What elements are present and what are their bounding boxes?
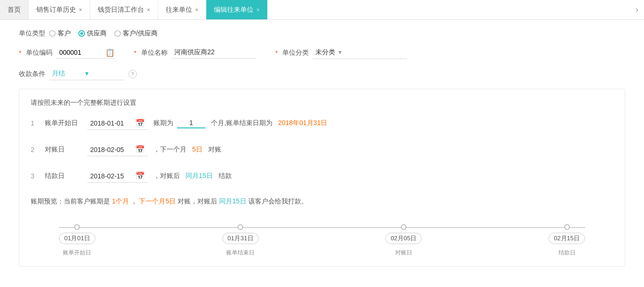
- timeline-point-1: 01月01日 账单开始日: [59, 218, 95, 257]
- tl-sub-4: 结款日: [559, 249, 576, 257]
- tl-dot-4: [564, 224, 570, 230]
- tl-dot-1: [74, 224, 80, 230]
- start-date-cal-icon[interactable]: 📅: [136, 118, 145, 127]
- payment-terms-select[interactable]: 月结 ▼: [49, 68, 125, 80]
- unit-class-chevron-icon: ▼: [337, 49, 343, 56]
- payment-terms-chevron-icon: ▼: [84, 70, 90, 77]
- tab-partner[interactable]: 往来单位 ×: [158, 0, 206, 19]
- payment-date-input-wrap: 📅: [87, 169, 148, 183]
- radio-supplier-circle: [78, 30, 85, 37]
- radio-both[interactable]: 客户/供应商: [114, 29, 158, 38]
- timeline-point-4: 02月15日 结款日: [549, 218, 585, 257]
- help-question-mark: ?: [131, 71, 134, 77]
- unit-class-value: 未分类: [315, 48, 335, 57]
- start-date-input[interactable]: [90, 119, 133, 127]
- unit-info-row: * 单位编码 📋 * 单位名称 * 单位分类 未分类 ▼: [19, 46, 625, 59]
- tab-edit-partner-close[interactable]: ×: [256, 7, 260, 13]
- preview-middle2: 对账，对账后: [178, 197, 219, 205]
- preview-middle1: ，: [131, 197, 137, 205]
- row1-label: 账单开始日: [45, 119, 87, 127]
- row2-desc-suffix: 对账: [208, 145, 221, 154]
- unit-code-label: 单位编码: [26, 49, 52, 57]
- row1-num: 1: [31, 119, 45, 127]
- radio-supplier-label: 供应商: [87, 29, 107, 38]
- radio-customer-label: 客户: [58, 29, 71, 38]
- tab-partner-label: 往来单位: [166, 6, 192, 14]
- tab-cashflow-close[interactable]: ×: [147, 7, 150, 13]
- unit-type-label: 单位类型: [19, 29, 45, 38]
- tl-dot-3: [401, 224, 407, 230]
- timeline-point-2: 01月31日 账单结束日: [222, 218, 259, 257]
- row2-desc-prefix: ，下一个月: [153, 145, 186, 154]
- payment-terms-row: 收款条件 月结 ▼ ?: [19, 68, 625, 80]
- payment-date-input[interactable]: [90, 172, 133, 180]
- tab-edit-partner-label: 编辑往来单位: [214, 6, 254, 14]
- row3-desc-prefix: ，对账后: [153, 172, 180, 180]
- tab-home-label: 首页: [8, 6, 21, 14]
- tl-sub-2: 账单结束日: [226, 249, 254, 257]
- unit-class-label: 单位分类: [282, 49, 309, 57]
- start-date-row: 1 账单开始日 📅 账期为 个月,账单结束日期为 2018年01月31日: [31, 117, 613, 130]
- unit-code-required: *: [19, 49, 21, 57]
- reconcile-date-input-wrap: 📅: [87, 143, 148, 156]
- tl-dot-2: [237, 224, 243, 230]
- tab-home[interactable]: 首页: [0, 0, 29, 19]
- radio-supplier[interactable]: 供应商: [78, 29, 107, 38]
- tab-sales-history-close[interactable]: ×: [79, 7, 82, 13]
- payment-date-cal-icon[interactable]: 📅: [136, 171, 145, 180]
- row3-label: 结款日: [45, 172, 87, 180]
- unit-type-row: 单位类型 客户 供应商 客户/供应商: [19, 29, 625, 38]
- tab-cashflow[interactable]: 钱货日清工作台 ×: [90, 0, 158, 19]
- row1-end-date: 2018年01月31日: [278, 119, 327, 127]
- tl-box-3: 02月05日: [385, 233, 422, 244]
- tab-cashflow-label: 钱货日清工作台: [98, 6, 144, 14]
- preview-part1: 1个月: [112, 197, 129, 205]
- tl-box-4: 02月15日: [549, 233, 585, 244]
- unit-class-field: * 单位分类 未分类 ▼: [275, 46, 407, 59]
- unit-class-select[interactable]: 未分类 ▼: [313, 46, 407, 59]
- preview-part2: 下一个月5日: [139, 197, 176, 205]
- unit-name-required: *: [134, 49, 136, 57]
- tab-more-button[interactable]: ›: [630, 5, 644, 15]
- timeline-point-3: 02月05日 对账日: [385, 218, 422, 257]
- row3-highlight: 同月15日: [186, 172, 213, 180]
- tab-edit-partner[interactable]: 编辑往来单位 ×: [206, 0, 268, 19]
- unit-type-radio-group: 客户 供应商 客户/供应商: [49, 29, 158, 38]
- row1-desc-suffix: 个月,账单结束日期为: [211, 119, 272, 127]
- tl-box-1: 01月01日: [59, 233, 95, 244]
- unit-type-field: 单位类型 客户 供应商 客户/供应商: [19, 29, 158, 38]
- unit-name-label: 单位名称: [141, 49, 168, 57]
- period-input[interactable]: [177, 118, 205, 128]
- unit-name-input[interactable]: [171, 47, 256, 59]
- payment-terms-field: 收款条件 月结 ▼ ?: [19, 68, 137, 80]
- billing-period-section: 请按照未来的一个完整帐期进行设置 1 账单开始日 📅 账期为 个月,账单结束日期…: [19, 89, 625, 267]
- main-content: 单位类型 客户 供应商 客户/供应商 * 单位编码: [0, 20, 644, 287]
- unit-class-required: *: [275, 49, 278, 57]
- radio-customer[interactable]: 客户: [49, 29, 71, 38]
- timeline-wrapper: 01月01日 账单开始日 01月31日 账单结束日 02月05日 对账日: [31, 218, 613, 257]
- row3-desc-suffix: 结款: [219, 172, 232, 180]
- payment-terms-value: 月结: [52, 69, 65, 78]
- payment-terms-help-icon[interactable]: ?: [128, 70, 137, 78]
- unit-code-input-wrap: 📋: [56, 47, 115, 59]
- unit-name-field: * 单位名称: [134, 47, 256, 59]
- preview-row: 账期预览：当前客户账期是 1个月 ， 下一个月5日 对账，对账后 同月15日 该…: [31, 196, 613, 206]
- reconcile-date-row: 2 对账日 📅 ，下一个月 5日 对账: [31, 143, 613, 156]
- preview-suffix: 该客户会给我打款。: [248, 197, 308, 205]
- copy-icon[interactable]: 📋: [105, 48, 115, 57]
- unit-code-input[interactable]: [56, 47, 103, 58]
- tl-box-2: 01月31日: [222, 233, 259, 244]
- row2-num: 2: [31, 146, 45, 153]
- tab-sales-history[interactable]: 销售订单历史 ×: [29, 0, 90, 19]
- row2-label: 对账日: [45, 145, 87, 154]
- tab-partner-close[interactable]: ×: [195, 7, 198, 13]
- radio-both-circle: [114, 30, 121, 37]
- start-date-input-wrap: 📅: [87, 117, 148, 130]
- tab-bar: 首页 销售订单历史 × 钱货日清工作台 × 往来单位 × 编辑往来单位 × ›: [0, 0, 644, 20]
- reconcile-date-cal-icon[interactable]: 📅: [136, 145, 145, 154]
- payment-terms-label: 收款条件: [19, 70, 45, 78]
- radio-both-label: 客户/供应商: [123, 29, 158, 38]
- reconcile-date-input[interactable]: [90, 146, 133, 153]
- unit-code-field: * 单位编码 📋: [19, 47, 115, 59]
- radio-customer-circle: [49, 30, 56, 37]
